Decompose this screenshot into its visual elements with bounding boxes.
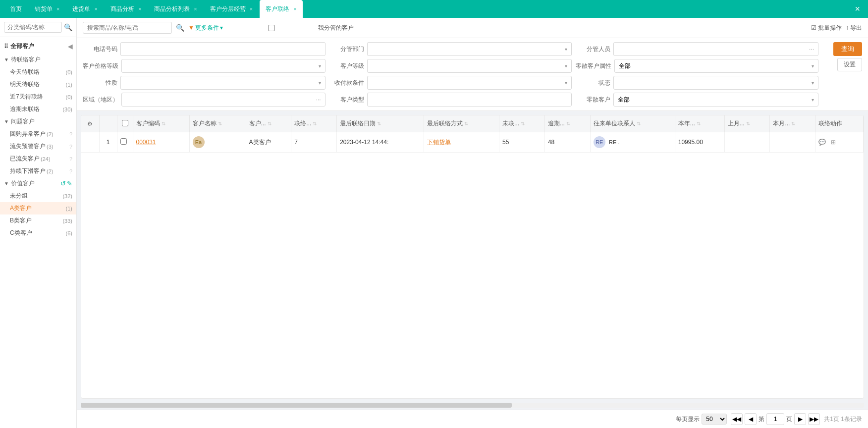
- status-select[interactable]: ▾: [613, 76, 818, 90]
- retail-attr-select[interactable]: 全部 ▾: [614, 59, 818, 73]
- close-purchase-icon[interactable]: ×: [94, 6, 97, 12]
- sidebar-collapse-icon[interactable]: ◀: [68, 43, 72, 50]
- nav-item-customer-segment[interactable]: 客户分层经营 ×: [204, 0, 259, 18]
- price-level-select[interactable]: ▾: [121, 59, 326, 73]
- sidebar-item-class-a[interactable]: A类客户 (1): [0, 202, 76, 214]
- row-overdue-cell: 48: [544, 132, 590, 153]
- nav-item-home[interactable]: 首页: [4, 0, 28, 18]
- first-page-button[interactable]: ◀◀: [731, 413, 743, 425]
- col-customer-name[interactable]: 客户名称 ⇅: [189, 115, 246, 132]
- sort-method-icon: ⇅: [464, 121, 468, 126]
- filter-item-retail: 零散客户 全部 ▾: [576, 93, 818, 107]
- chat-action-icon[interactable]: 💬: [818, 139, 826, 146]
- col-uncontact-days-hdr[interactable]: 未联... ⇅: [499, 115, 545, 132]
- more-filters-button[interactable]: ▼ 更多条件 ▾: [188, 24, 223, 32]
- close-goods-list-icon[interactable]: ×: [194, 6, 197, 12]
- col-customer-type-hdr[interactable]: 客户... ⇅: [246, 115, 291, 132]
- phone-input[interactable]: [120, 42, 326, 56]
- nav-item-customer-contact[interactable]: 客户联络 ×: [260, 0, 302, 18]
- sidebar-search-icon[interactable]: 🔍: [64, 23, 72, 31]
- sidebar-item-churned[interactable]: 已流失客户 (24) ?: [0, 153, 76, 165]
- help-repurchase-icon: ?: [69, 131, 72, 137]
- manager-select[interactable]: ···: [613, 42, 818, 56]
- nav-item-sales[interactable]: 销货单 ×: [29, 0, 65, 18]
- query-button[interactable]: 查询: [833, 42, 862, 56]
- batch-operation-button[interactable]: ☑ 批量操作: [811, 24, 842, 32]
- sidebar-item-overdue-contact[interactable]: 逾期未联络 (30): [0, 103, 76, 115]
- row-checkbox[interactable]: [120, 138, 127, 145]
- col-last-contact-date-hdr[interactable]: 最后联络日期 ⇅: [337, 115, 424, 132]
- last-page-button[interactable]: ▶▶: [808, 413, 820, 425]
- table-settings-icon[interactable]: ⚙: [87, 120, 93, 127]
- grid-action-icon[interactable]: ⊞: [831, 139, 836, 146]
- filter-item-payment: 收付款条件 ▾: [329, 76, 572, 90]
- col-overdue-days-hdr[interactable]: 逾期... ⇅: [544, 115, 590, 132]
- col-last-contact-method-hdr[interactable]: 最后联络方式 ⇅: [424, 115, 499, 132]
- nav-item-goods-list[interactable]: 商品分析列表 ×: [148, 0, 203, 18]
- col-this-month-hdr[interactable]: 本月... ⇅: [770, 115, 815, 132]
- filter-item-status: 状态 ▾: [576, 76, 818, 90]
- help-churn-warning-icon: ?: [69, 144, 72, 150]
- sidebar-all-customers-header[interactable]: ⠿ 全部客户 ◀: [0, 39, 76, 54]
- manager-label: 分管人员: [576, 45, 610, 54]
- sidebar-item-tomorrow-contact[interactable]: 明天待联络 (1): [0, 78, 76, 91]
- close-goods-icon[interactable]: ×: [138, 6, 141, 12]
- sidebar-item-class-c[interactable]: C类客户 (6): [0, 227, 76, 239]
- customer-level-select[interactable]: ▾: [367, 59, 572, 73]
- sidebar-item-repurchase-abnormal[interactable]: 回购异常客户 (2) ?: [0, 128, 76, 140]
- retail-select[interactable]: 全部 ▾: [613, 93, 818, 107]
- retail-attr-label: 零散客户属性: [576, 62, 611, 70]
- col-last-month-hdr[interactable]: 上月... ⇅: [724, 115, 770, 132]
- dept-select[interactable]: ▾: [367, 42, 572, 56]
- close-all-tabs-icon[interactable]: ×: [855, 4, 860, 14]
- last-method-link[interactable]: 下销货单: [427, 139, 451, 146]
- customer-code-link[interactable]: 000031: [136, 139, 156, 146]
- sort-type-icon: ⇅: [268, 121, 271, 126]
- sidebar-item-class-b[interactable]: B类客户 (33): [0, 214, 76, 227]
- col-checkbox[interactable]: [117, 115, 133, 132]
- col-contact-count-hdr[interactable]: 联络... ⇅: [291, 115, 337, 132]
- nav-item-goods-analysis[interactable]: 商品分析 ×: [105, 0, 147, 18]
- filter-item-customer-type: 客户类型: [329, 93, 572, 107]
- my-customers-checkbox[interactable]: [227, 25, 316, 31]
- nature-label: 性质: [83, 79, 117, 87]
- page-size-select[interactable]: 50 100 200: [702, 414, 727, 425]
- sidebar-item-today-contact[interactable]: 今天待联络 (0): [0, 66, 76, 78]
- next-page-button[interactable]: ▶: [794, 413, 806, 425]
- select-all-checkbox[interactable]: [122, 120, 128, 126]
- col-this-year-hdr[interactable]: 本年... ⇅: [675, 115, 724, 132]
- sidebar-search-input[interactable]: [4, 22, 62, 33]
- sidebar-group-pending[interactable]: ▼ 待联络客户: [0, 54, 76, 66]
- value-refresh-icon[interactable]: ↺: [60, 180, 66, 187]
- settings-button[interactable]: 设置: [837, 58, 862, 71]
- sidebar-group-value[interactable]: ▼ 价值客户 ↺ ✎: [0, 177, 76, 190]
- sidebar-item-unclassified[interactable]: 未分组 (32): [0, 190, 76, 202]
- close-segment-icon[interactable]: ×: [250, 6, 253, 12]
- sidebar-item-7days-contact[interactable]: 近7天待联络 (0): [0, 91, 76, 103]
- sidebar-item-churn-warning[interactable]: 流失预警客户 (3) ?: [0, 140, 76, 153]
- col-related-person-hdr[interactable]: 往来单位联系人 ⇅: [590, 115, 675, 132]
- search-button[interactable]: 🔍: [176, 24, 184, 32]
- prev-page-button[interactable]: ◀: [745, 413, 757, 425]
- row-checkbox-cell[interactable]: [117, 132, 133, 153]
- close-contact-icon[interactable]: ×: [293, 6, 296, 12]
- col-customer-code[interactable]: 客户编码 ⇅: [133, 115, 189, 132]
- col-settings[interactable]: ⚙: [81, 115, 99, 132]
- customer-type-label: 客户类型: [329, 96, 364, 104]
- value-edit-icon[interactable]: ✎: [67, 180, 72, 187]
- nav-item-purchase[interactable]: 进货单 ×: [66, 0, 103, 18]
- my-customers-filter[interactable]: 我分管的客户: [227, 24, 354, 32]
- sidebar-item-declining[interactable]: 持续下滑客户 (2) ?: [0, 165, 76, 177]
- horizontal-scrollbar[interactable]: [81, 403, 864, 408]
- region-select[interactable]: ···: [121, 93, 326, 107]
- sort-name-icon: ⇅: [218, 121, 222, 126]
- payment-select[interactable]: ▾: [367, 76, 572, 90]
- page-number-input[interactable]: [766, 413, 784, 425]
- close-sales-icon[interactable]: ×: [56, 6, 59, 12]
- nature-select[interactable]: ▾: [120, 76, 326, 90]
- filter-item-region: 区域（地区） ···: [83, 93, 326, 107]
- export-button[interactable]: ↑ 导出: [846, 24, 862, 32]
- sidebar-group-problem[interactable]: ▼ 问题客户: [0, 115, 76, 128]
- customer-type-input[interactable]: [367, 93, 572, 107]
- search-input[interactable]: [83, 22, 172, 34]
